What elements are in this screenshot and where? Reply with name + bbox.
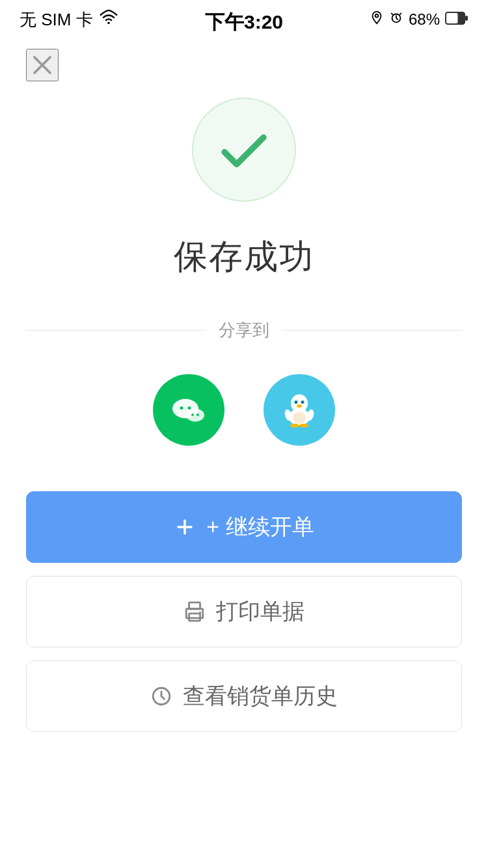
battery-text: 68% <box>409 10 440 29</box>
continue-label: + 继续开单 <box>206 512 314 542</box>
svg-rect-5 <box>465 16 468 21</box>
battery-icon <box>445 10 468 29</box>
action-buttons: + 继续开单 打印单据 查看销货单历史 <box>0 491 488 732</box>
checkmark-icon <box>215 120 273 179</box>
svg-point-11 <box>180 406 183 409</box>
print-icon <box>183 601 206 623</box>
wifi-icon <box>100 8 118 31</box>
wechat-share-button[interactable] <box>153 374 224 446</box>
no-sim-text: 无 SIM 卡 <box>20 8 93 31</box>
share-label: 分享到 <box>219 319 269 342</box>
share-section: 分享到 <box>0 319 488 446</box>
status-time: 下午3:20 <box>205 9 283 36</box>
svg-point-30 <box>199 612 201 614</box>
divider-line-left <box>26 330 206 331</box>
divider-line-right <box>282 330 462 331</box>
location-icon <box>370 10 384 29</box>
main-content: 保存成功 分享到 <box>0 39 488 732</box>
print-button[interactable]: 打印单据 <box>26 576 462 647</box>
status-right: 68% <box>370 10 468 29</box>
alarm-icon <box>389 10 403 29</box>
success-title: 保存成功 <box>174 234 314 280</box>
svg-point-19 <box>301 401 303 403</box>
svg-point-24 <box>299 424 308 427</box>
status-bar: 无 SIM 卡 下午3:20 68 <box>0 0 488 39</box>
qq-icon <box>278 389 321 431</box>
svg-point-1 <box>375 14 379 18</box>
status-left: 无 SIM 卡 <box>20 8 118 31</box>
history-icon <box>150 685 172 707</box>
svg-rect-27 <box>189 603 200 609</box>
print-label: 打印单据 <box>216 597 305 627</box>
wechat-icon <box>168 389 210 431</box>
close-button[interactable] <box>26 49 59 81</box>
svg-point-13 <box>191 413 194 416</box>
history-label: 查看销货单历史 <box>183 681 338 711</box>
svg-point-18 <box>295 401 297 403</box>
history-button[interactable]: 查看销货单历史 <box>26 660 462 732</box>
svg-point-20 <box>297 404 302 407</box>
svg-rect-6 <box>446 13 458 23</box>
svg-point-10 <box>186 409 204 422</box>
plus-icon <box>174 516 196 538</box>
svg-point-22 <box>293 412 306 424</box>
success-icon-circle <box>192 98 296 202</box>
svg-point-12 <box>187 406 191 409</box>
svg-point-23 <box>290 424 299 427</box>
share-divider: 分享到 <box>26 319 462 342</box>
svg-point-14 <box>197 413 199 416</box>
share-icons <box>26 374 462 446</box>
continue-button[interactable]: + 继续开单 <box>26 491 462 563</box>
qq-share-button[interactable] <box>264 374 335 446</box>
svg-point-0 <box>107 21 110 24</box>
